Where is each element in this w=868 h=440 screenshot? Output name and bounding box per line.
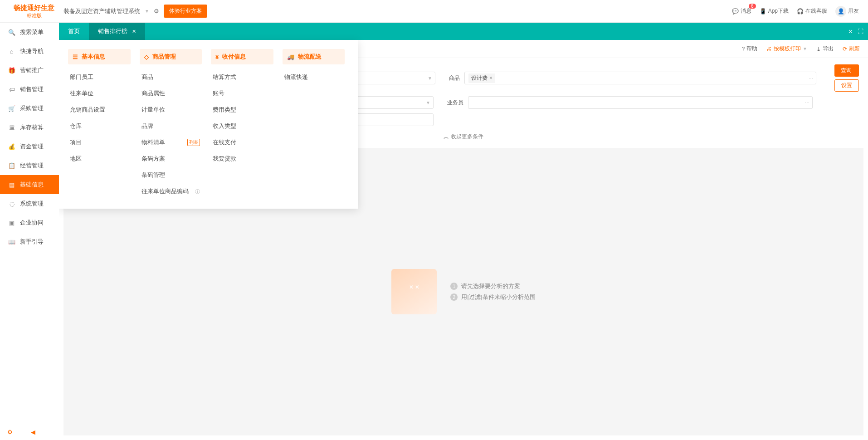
tab-ranking[interactable]: 销售排行榜 ✕ [89,23,145,40]
mega-item-dept[interactable]: 部门员工 [68,69,131,85]
mega-item-partnercode[interactable]: 往来单位商品编码ⓘ [140,183,202,200]
headset-icon: 🎧 [797,8,804,15]
query-button[interactable]: 查询 [834,64,859,77]
gear-icon[interactable]: ⚙ [154,8,159,15]
message-button[interactable]: 💬 消息 6 [732,7,751,15]
fullscreen-icon[interactable]: ⛶ [858,28,863,35]
header-right: 💬 消息 6 📱 App下载 🎧 在线客服 👤 用友 [732,6,859,17]
mega-item-income[interactable]: 收入类型 [211,118,273,134]
chevron-down-icon: ▼ [428,76,432,81]
sidebar-item-inventory[interactable]: 🏛库存核算 [0,118,59,137]
app-download-button[interactable]: 📱 App下载 [760,7,789,15]
more-icon[interactable]: ⋯ [426,117,430,122]
mega-item-allowsale[interactable]: 允销商品设置 [68,102,131,118]
mega-item-product[interactable]: 商品 [140,69,202,85]
mega-item-project[interactable]: 项目 [68,134,131,151]
print-button[interactable]: 🖨按模板打印▼ [766,45,807,53]
help-button[interactable]: ?帮助 [741,45,757,53]
empty-illustration [391,269,437,314]
export-icon: ⤓ [816,46,821,52]
remove-chip-icon[interactable]: × [489,75,493,81]
sidebar-bottom: ⚙ ◀ [0,424,59,440]
user-name: 用友 [848,7,859,15]
mega-head-logistics: 🚚物流配送 [283,49,345,64]
system-selector[interactable]: 装备及固定资产辅助管理系统 ▼ ⚙ 体验行业方案 [63,5,207,18]
sidebar-item-marketing[interactable]: 🎁营销推广 [0,61,59,80]
sidebar-item-system[interactable]: ◌系统管理 [0,194,59,213]
mega-item-settle[interactable]: 结算方式 [211,69,273,85]
step-2-badge: 2 [450,293,458,301]
brand-text: 畅捷通好生意 [9,4,59,12]
message-label: 消息 [741,7,751,15]
more-icon[interactable]: ⋯ [809,76,813,81]
bottom-gear-icon[interactable]: ⚙ [7,429,13,435]
book-icon: 📖 [8,239,15,245]
sidebar-item-quicknav[interactable]: ⌂快捷导航 [0,42,59,61]
sales-label: 业务员 [447,99,468,107]
coin-icon: ¥ [215,54,219,60]
app-download-label: App下载 [768,7,789,15]
tab-home[interactable]: 首页 [59,23,89,40]
sidebar-item-search[interactable]: 🔍搜索菜单 [0,23,59,42]
mega-item-express[interactable]: 物流快递 [283,69,345,85]
mega-item-expense[interactable]: 费用类型 [211,102,273,118]
sidebar-item-sales[interactable]: 🏷销售管理 [0,80,59,99]
box-icon: ◇ [144,54,149,60]
team-icon: ▣ [8,220,15,226]
product-label: 商品 [449,74,464,82]
message-badge: 6 [749,4,756,9]
chevron-down-icon: ▼ [426,100,430,105]
system-name: 装备及固定资产辅助管理系统 [63,7,140,15]
settings-icon: ◌ [8,200,15,207]
online-service-button[interactable]: 🎧 在线客服 [797,7,827,15]
sidebar-item-guide[interactable]: 📖新手引导 [0,232,59,251]
mega-head-basic: ☰基本信息 [68,49,131,64]
close-all-icon[interactable]: ✕ [848,28,853,35]
truck-icon: 🚚 [287,54,294,60]
mega-item-productattr[interactable]: 商品属性 [140,85,202,102]
mega-item-bom[interactable]: 物料清单列表 [140,134,202,151]
sidebar-item-operation[interactable]: 📋经营管理 [0,156,59,175]
product-chip[interactable]: 设计费× [468,73,495,83]
mega-item-barcodemgmt[interactable]: 条码管理 [140,167,202,183]
close-tab-icon[interactable]: ✕ [132,29,136,34]
clipboard-icon: 📋 [8,162,15,169]
sidebar-item-basic[interactable]: ▤基础信息 [0,175,59,194]
brand-sub: 标准版 [9,12,59,19]
collapse-sidebar-icon[interactable]: ◀ [31,429,35,435]
avatar-icon: 👤 [835,6,846,17]
mega-item-onlinepay[interactable]: 在线支付 [211,134,273,151]
chevron-down-icon: ▼ [145,9,149,14]
sidebar-item-funds[interactable]: 💰资金管理 [0,137,59,156]
settings-button[interactable]: 设置 [834,79,859,92]
chevron-down-icon: ▼ [803,46,807,51]
mega-item-brand[interactable]: 品牌 [140,118,202,134]
list-tag[interactable]: 列表 [187,139,200,146]
product-input[interactable]: 设计费× ⋯ [464,72,816,84]
mega-item-region[interactable]: 地区 [68,151,131,167]
money-icon: 💰 [8,143,15,150]
warehouse-icon: 🏛 [8,124,15,131]
more-icon[interactable]: ⋯ [805,100,809,105]
tabs-bar: 首页 销售排行榜 ✕ ✕ ⛶ ☰基本信息 部门员工 往来单位 允销商品设置 仓库… [59,23,868,40]
home-icon: ⌂ [8,48,15,55]
try-plan-button[interactable]: 体验行业方案 [164,5,207,18]
mega-item-warehouse[interactable]: 仓库 [68,118,131,134]
mega-menu: ☰基本信息 部门员工 往来单位 允销商品设置 仓库 项目 地区 ◇商品管理 商品… [59,40,358,209]
user-menu[interactable]: 👤 用友 [835,6,859,17]
export-button[interactable]: ⤓导出 [816,45,834,53]
sales-input[interactable]: ⋯ [468,96,813,109]
mega-head-product: ◇商品管理 [140,49,202,64]
refresh-button[interactable]: ⟳刷新 [843,45,860,53]
mega-item-account[interactable]: 账号 [211,85,273,102]
mega-item-barcodeplan[interactable]: 条码方案 [140,151,202,167]
gift-icon: 🎁 [8,67,15,74]
sidebar: 🔍搜索菜单 ⌂快捷导航 🎁营销推广 🏷销售管理 🛒采购管理 🏛库存核算 💰资金管… [0,23,59,440]
sidebar-item-purchase[interactable]: 🛒采购管理 [0,99,59,118]
sidebar-item-enterprise[interactable]: ▣企业协同 [0,213,59,232]
mega-item-loan[interactable]: 我要贷款 [211,151,273,167]
help-icon[interactable]: ⓘ [195,188,200,195]
mega-item-unit[interactable]: 计量单位 [140,102,202,118]
empty-step-2: 2用[过滤]条件来缩小分析范围 [450,293,535,301]
mega-item-partner[interactable]: 往来单位 [68,85,131,102]
